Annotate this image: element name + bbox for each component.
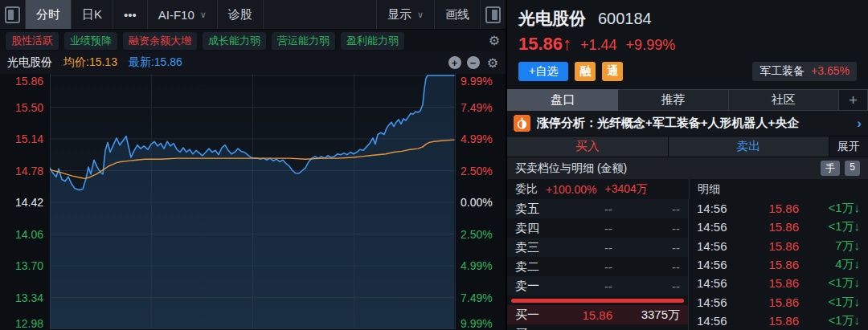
price-axis-label: 15.14 — [15, 132, 43, 145]
quote-panel: 光电股份 600184 15.86↑ +1.44 +9.99% +自选 融 通 … — [506, 0, 868, 330]
down-arrow-icon: ↓ — [854, 313, 861, 327]
price-axis-label: 14.42 — [15, 196, 43, 209]
tick-volume: <1万 — [828, 219, 854, 233]
collapse-right-panel-button[interactable] — [480, 0, 506, 29]
tick-row[interactable]: 14:5615.86<1万↓ — [689, 199, 868, 218]
ask-price: -- — [557, 202, 612, 216]
ask-row-1[interactable]: 卖一---- — [507, 276, 688, 295]
percent-axis-label: 4.99% — [461, 259, 493, 272]
buy-ratio-bar — [511, 299, 684, 303]
tick-row[interactable]: 14:5615.86<1万↓ — [689, 274, 868, 292]
tag-chip[interactable]: 融资余额大增 — [123, 32, 197, 50]
add-tab-button[interactable]: + — [839, 89, 868, 111]
collapse-left-panel-button[interactable] — [0, 0, 26, 29]
tab-daily-label: 日K — [82, 7, 102, 22]
zoom-in-icon[interactable]: + — [448, 56, 461, 69]
tick-row[interactable]: 14:5615.86<1万↓ — [689, 218, 868, 236]
price-axis-label: 12.98 — [15, 317, 43, 330]
limit-analysis-alarm-icon — [514, 115, 530, 132]
margin-badge[interactable]: 融 — [575, 62, 596, 81]
bid-amount: 3375万 — [612, 308, 680, 323]
stock-title-row: 光电股份 600184 — [507, 0, 868, 30]
ratio-label: 委比 — [515, 182, 538, 197]
draw-line-button[interactable]: 画线 — [435, 0, 480, 29]
sector-change-pct: +3.65% — [811, 64, 850, 77]
down-arrow-icon: ↓ — [854, 257, 861, 271]
minute-chart[interactable]: 15.8615.5015.1414.7814.4214.0613.7013.34… — [0, 74, 506, 330]
tab-minute-chart[interactable]: 分时 — [26, 0, 72, 29]
ask-label: 卖五 — [515, 202, 557, 217]
limit-up-analysis-row[interactable]: 涨停分析：光纤概念+军工装备+人形机器人+央企 › — [507, 111, 868, 136]
bid-label: 买二 — [515, 327, 557, 330]
commission-ratio-row: 委比 +100.00% +3404万 明细 — [507, 179, 868, 199]
price-axis-label: 15.50 — [15, 101, 43, 114]
down-arrow-icon: ↓ — [854, 201, 861, 214]
tick-row[interactable]: 14:5615.867万↓ — [689, 237, 868, 255]
tick-row[interactable]: 14:5615.86<1万↓ — [689, 312, 868, 330]
tab-recommend[interactable]: 推荐 — [618, 89, 728, 111]
price-axis-label: 13.34 — [15, 291, 43, 304]
ask-row-4[interactable]: 卖四---- — [507, 218, 688, 238]
tab-daily-k[interactable]: 日K — [72, 0, 113, 29]
tick-detail-column: 14:5615.86<1万↓ 14:5615.86<1万↓ 14:5615.86… — [689, 199, 868, 330]
tag-chip[interactable]: 成长能力弱 — [203, 32, 266, 50]
tab-community[interactable]: 社区 — [729, 89, 839, 111]
ai-f10-label: AI-F10 — [158, 8, 194, 22]
diagnose-stock-button[interactable]: 诊股 — [218, 0, 264, 29]
buy-button[interactable]: 买入 — [507, 136, 669, 157]
more-periods-button[interactable]: ••• — [113, 0, 148, 29]
tick-time: 14:56 — [697, 220, 747, 234]
tick-volume: 7万 — [835, 238, 854, 252]
percent-axis-label: 9.99% — [461, 75, 493, 88]
tick-row[interactable]: 14:5615.86<1万↓ — [689, 292, 868, 311]
chevron-right-icon: › — [857, 116, 862, 132]
tag-settings-gear-icon[interactable]: ⚙ — [489, 33, 500, 48]
tick-volume: <1万 — [828, 201, 854, 214]
down-arrow-icon: ↓ — [854, 275, 861, 289]
limit-analysis-concepts: 光纤概念+军工装备+人形机器人+央企 — [597, 116, 799, 129]
ask-amount: -- — [612, 260, 680, 274]
price-axis-label: 14.78 — [15, 165, 43, 177]
ai-f10-dropdown[interactable]: AI-F10∨ — [148, 0, 218, 29]
tick-price: 15.86 — [747, 314, 799, 328]
ask-label: 卖四 — [515, 221, 557, 236]
chart-settings-gear-icon[interactable]: ⚙ — [487, 55, 498, 71]
add-watchlist-button[interactable]: +自选 — [518, 62, 568, 81]
diagnose-label: 诊股 — [228, 7, 252, 22]
limit-analysis-label: 涨停分析： — [537, 116, 597, 129]
tag-chip[interactable]: 盈利能力弱 — [341, 32, 404, 50]
tick-time: 14:56 — [697, 239, 747, 253]
bid-row-1[interactable]: 买一15.863375万 — [507, 305, 688, 324]
tab-order-book[interactable]: 盘口 — [507, 89, 618, 111]
tag-chip[interactable]: 业绩预降 — [64, 32, 117, 50]
ask-row-3[interactable]: 卖三---- — [507, 238, 688, 257]
expand-button[interactable]: 展开 — [829, 136, 868, 157]
zoom-out-icon[interactable]: − — [467, 56, 480, 69]
sector-name: 军工装备 — [760, 64, 805, 79]
down-arrow-icon: ↓ — [854, 295, 861, 308]
ask-row-5[interactable]: 卖五---- — [507, 199, 688, 218]
tick-price: 15.86 — [747, 202, 799, 215]
toolbar-spacer — [264, 0, 376, 29]
trading-app: 分时 日K ••• AI-F10∨ 诊股 显示∨ 画线 股性活跃 业绩预降 融资… — [0, 0, 868, 330]
sell-button[interactable]: 卖出 — [669, 136, 830, 157]
tag-chip[interactable]: 营运能力弱 — [272, 32, 335, 50]
book-header: 买卖档位与明细 (金额) 手 5 — [507, 157, 868, 179]
tick-price: 15.86 — [747, 239, 799, 253]
ask-row-2[interactable]: 卖二---- — [507, 257, 688, 276]
unit-lots-badge[interactable]: 手 — [821, 161, 840, 176]
connect-badge[interactable]: 通 — [602, 62, 623, 81]
tick-price: 15.86 — [747, 276, 799, 290]
tick-price: 15.86 — [747, 220, 799, 234]
detail-column-title: 明细 — [689, 179, 868, 199]
tag-chip[interactable]: 股性活跃 — [6, 32, 59, 50]
sector-chip[interactable]: 军工装备 +3.65% — [752, 62, 857, 81]
collapse-left-icon — [5, 6, 20, 23]
bid-row-2[interactable]: 买二15.85-- — [507, 324, 688, 330]
buy-sell-row: 买入 卖出 展开 — [507, 136, 868, 157]
level-count-badge[interactable]: 5 — [845, 161, 860, 176]
ask-price: -- — [557, 279, 612, 293]
tick-row[interactable]: 14:5615.864万↓ — [689, 255, 868, 274]
bid-price: 15.85 — [557, 328, 612, 330]
display-dropdown[interactable]: 显示∨ — [376, 0, 435, 29]
